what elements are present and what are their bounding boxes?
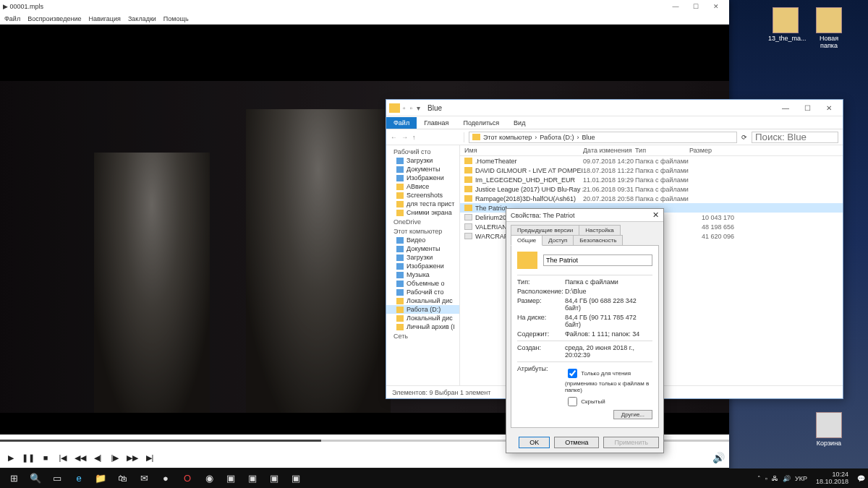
file-row[interactable]: .HomeTheater09.07.2018 14:20Папка с файл… <box>460 156 843 166</box>
folder-name-input[interactable] <box>543 254 652 266</box>
pause-button[interactable]: ❚❚ <box>22 451 35 464</box>
menu-help[interactable]: Помощь <box>163 15 189 22</box>
rewind-button[interactable]: ◀◀ <box>74 451 87 464</box>
qa-icon[interactable]: ▫ <box>403 104 406 112</box>
menu-playback[interactable]: Воспроизведение <box>27 15 81 22</box>
minimize-button[interactable]: — <box>665 3 686 10</box>
prev-button[interactable]: |◀ <box>56 451 69 464</box>
step-fwd-button[interactable]: |▶ <box>109 451 122 464</box>
volume-icon[interactable]: 🔊 <box>712 451 725 464</box>
menu-navigation[interactable]: Навигация <box>88 15 120 22</box>
ok-button[interactable]: OK <box>519 437 550 448</box>
back-button[interactable]: ← <box>391 134 397 141</box>
tab-customize[interactable]: Настройка <box>579 225 620 236</box>
nav-item[interactable]: Личный архив (I <box>386 322 459 331</box>
nav-item[interactable]: Локальный дис <box>386 314 459 322</box>
stop-button[interactable]: ■ <box>39 451 52 464</box>
desktop-icon[interactable]: Новая папка <box>812 7 846 49</box>
tab-home[interactable]: Главная <box>417 117 456 129</box>
start-button[interactable]: ⊞ <box>3 470 25 487</box>
close-button[interactable]: ✕ <box>706 3 726 10</box>
taskbar-explorer[interactable]: 📁 <box>90 470 111 487</box>
nav-item[interactable]: Снимки экрана <box>386 208 459 217</box>
tab-previous-versions[interactable]: Предыдущие версии <box>511 225 579 236</box>
close-button[interactable]: ✕ <box>652 210 659 220</box>
nav-item[interactable]: Этот компьютер <box>386 226 459 236</box>
taskbar-app[interactable]: O <box>176 470 198 487</box>
nav-item[interactable]: OneDrive <box>386 217 459 226</box>
taskbar-app[interactable]: ● <box>155 470 176 487</box>
maximize-button[interactable]: ☐ <box>686 3 706 10</box>
tab-view[interactable]: Вид <box>506 117 532 129</box>
cancel-button[interactable]: Отмена <box>554 437 599 448</box>
nav-item[interactable]: Рабочий сто <box>386 147 459 156</box>
tray-chevron-icon[interactable]: ˄ <box>757 475 761 482</box>
player-titlebar[interactable]: ▶ 00001.mpls — ☐ ✕ <box>0 0 729 13</box>
file-row[interactable]: Rampage(2018)3D-halfOU(Ash61)20.07.2018 … <box>460 194 843 203</box>
nav-item[interactable]: Изображени <box>386 174 459 182</box>
qa-dropdown-icon[interactable]: ▾ <box>417 104 420 112</box>
nav-item[interactable]: Документы <box>386 165 459 174</box>
menu-bookmarks[interactable]: Закладки <box>128 15 156 22</box>
play-button[interactable]: ▶ <box>4 451 17 464</box>
tab-general[interactable]: Общие <box>511 235 542 246</box>
nav-item[interactable]: для теста прист <box>386 200 459 208</box>
nav-item[interactable]: Загрузки <box>386 253 459 262</box>
maximize-button[interactable]: ☐ <box>796 104 818 112</box>
nav-item[interactable]: Видео <box>386 236 459 244</box>
file-row[interactable]: Justice League (2017) UHD Blu-Ray 2160p2… <box>460 184 843 194</box>
taskbar-app[interactable]: ▣ <box>220 470 242 487</box>
fast-fwd-button[interactable]: ▶▶ <box>126 451 139 464</box>
task-view-icon[interactable]: ▭ <box>46 470 68 487</box>
tray-language[interactable]: УКР <box>795 475 807 482</box>
nav-item[interactable]: Документы <box>386 244 459 253</box>
search-icon[interactable]: 🔍 <box>25 470 46 487</box>
nav-item[interactable]: Объемные о <box>386 279 459 288</box>
readonly-checkbox[interactable]: Только для чтения (применимо только к фа… <box>565 367 652 393</box>
explorer-titlebar[interactable]: ▫▫▾ Blue — ☐ ✕ <box>386 100 843 116</box>
tab-share[interactable]: Поделиться <box>456 117 506 129</box>
tray-volume-icon[interactable]: 🔊 <box>783 475 791 482</box>
file-row[interactable]: DAVID GILMOUR - LIVE AT POMPEII18.07.201… <box>460 166 843 175</box>
hidden-checkbox[interactable]: Скрытый <box>565 395 652 408</box>
file-row[interactable]: Im_LEGEGEND_UHD_HDR_EUR11.01.2018 19:29П… <box>460 175 843 184</box>
apply-button[interactable]: Применить <box>603 437 659 448</box>
up-button[interactable]: ↑ <box>412 134 416 141</box>
recycle-bin-icon[interactable]: Корзина <box>812 412 846 447</box>
breadcrumb[interactable]: Этот компьютер› Работа (D:)› Blue <box>469 132 737 143</box>
taskbar-store[interactable]: 🛍 <box>111 470 133 487</box>
nav-item[interactable]: Рабочий сто <box>386 288 459 296</box>
nav-item[interactable]: Изображени <box>386 262 459 270</box>
nav-item[interactable]: Музыка <box>386 270 459 279</box>
taskbar-app[interactable]: ▣ <box>285 470 307 487</box>
nav-item[interactable]: Локальный дис <box>386 296 459 305</box>
qa-icon[interactable]: ▫ <box>410 104 413 112</box>
other-attrs-button[interactable]: Другие... <box>613 410 652 419</box>
next-button[interactable]: ▶| <box>143 451 156 464</box>
forward-button[interactable]: → <box>401 134 408 141</box>
nav-item[interactable]: Работа (D:) <box>386 305 459 314</box>
nav-item[interactable]: Screenshots <box>386 191 459 200</box>
taskbar-app[interactable]: ▣ <box>242 470 263 487</box>
taskbar-mail[interactable]: ✉ <box>133 470 155 487</box>
nav-item[interactable]: Загрузки <box>386 156 459 165</box>
tray-network-icon[interactable]: 🖧 <box>772 475 778 482</box>
nav-item[interactable]: Сеть <box>386 331 459 341</box>
taskbar-app[interactable]: e <box>68 470 90 487</box>
nav-item[interactable]: ABвисе <box>386 182 459 191</box>
desktop-icon[interactable]: 13_the_ma... <box>768 7 803 42</box>
tab-file[interactable]: Файл <box>386 117 417 129</box>
action-center-icon[interactable]: 💬 <box>857 475 865 482</box>
tray-icon[interactable]: ▫ <box>765 475 767 482</box>
tray-clock[interactable]: 10:2418.10.2018 <box>812 471 853 486</box>
refresh-button[interactable]: ⟳ <box>741 134 747 141</box>
step-back-button[interactable]: ◀| <box>91 451 104 464</box>
minimize-button[interactable]: — <box>775 104 796 112</box>
taskbar-app[interactable]: ▣ <box>263 470 285 487</box>
taskbar-chrome[interactable]: ◉ <box>198 470 220 487</box>
search-input[interactable] <box>752 132 838 143</box>
column-headers[interactable]: Имя Дата изменения Тип Размер <box>460 145 843 156</box>
dialog-titlebar[interactable]: Свойства: The Patriot ✕ <box>506 209 663 222</box>
tab-sharing[interactable]: Доступ <box>542 235 574 246</box>
close-button[interactable]: ✕ <box>818 104 840 112</box>
